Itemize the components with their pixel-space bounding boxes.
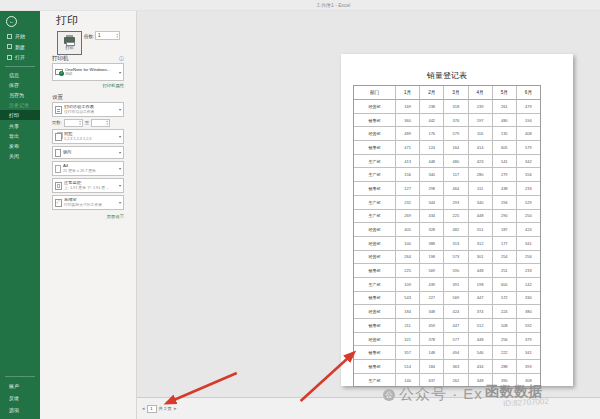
sidebar-item[interactable]: 另存为 — [0, 90, 40, 100]
value-cell: 448 — [420, 155, 444, 168]
value-cell: 579 — [517, 141, 540, 154]
value-cell: 298 — [420, 182, 444, 195]
value-cell: 308 — [517, 374, 540, 387]
page-setup-link[interactable]: 页面设置 — [107, 214, 124, 219]
value-cell: 198 — [469, 278, 493, 291]
sidebar-bottom-group: 账户 反馈 选项 — [0, 380, 40, 419]
printer-dropdown[interactable]: OneNote for Windows... 就绪 ▾ — [52, 63, 124, 81]
value-cell: 312 — [469, 237, 493, 250]
value-cell: 238 — [420, 100, 444, 113]
stepper-down-icon[interactable]: ▾ — [107, 123, 109, 126]
sidebar-spacer — [0, 161, 40, 373]
dept-cell: 销售部 — [354, 346, 396, 359]
value-cell: 424 — [444, 305, 468, 318]
sidebar-item[interactable]: 历史记录 — [0, 100, 40, 110]
page-from-input[interactable]: ▴ ▾ — [64, 119, 83, 127]
sidebar-item[interactable]: 开始 — [0, 31, 40, 42]
next-page-icon[interactable]: ▸ — [174, 406, 177, 411]
value-cell: 541 — [493, 155, 517, 168]
stepper-down-icon[interactable]: ▾ — [79, 123, 81, 126]
value-cell: 529 — [517, 196, 540, 209]
sidebar-item[interactable]: 反馈 — [0, 392, 40, 404]
value-cell: 301 — [469, 251, 493, 264]
print-settings-panel: 打印 打印 份数: 1 ▴ ▾ 打印机 ⓘ OneNote for Window… — [40, 11, 137, 419]
page-range-row: 页数: ▴ ▾ 至 ▴ ▾ — [52, 118, 124, 127]
value-cell: 341 — [517, 346, 540, 359]
current-page-input[interactable]: 1 — [147, 405, 157, 413]
stepper-down-icon[interactable]: ▾ — [116, 36, 118, 39]
sidebar-item[interactable]: 关闭 — [0, 151, 40, 161]
value-cell: 313 — [444, 237, 468, 250]
sidebar-item[interactable]: 导出 — [0, 131, 40, 141]
dept-cell: 经营部 — [354, 237, 396, 250]
sidebar-item[interactable]: 保存 — [0, 80, 40, 90]
value-cell: 572 — [493, 292, 517, 305]
value-cell: 232 — [396, 196, 420, 209]
table-row: 销售部 127 298 464 111 438 233 — [354, 182, 540, 196]
value-cell: 233 — [517, 264, 540, 277]
value-cell: 169 — [396, 100, 420, 113]
preview-bottom-bar: ◂ 1 共 2 页 ▸ — [137, 397, 600, 419]
sidebar-item-label: 共享 — [9, 123, 19, 129]
sidebar-top-group: 开始 新建 打开 — [0, 31, 40, 63]
value-cell: 590 — [444, 264, 468, 277]
previous-page-icon[interactable]: ◂ — [142, 406, 145, 411]
sidebar-item[interactable]: 打开 — [0, 52, 40, 63]
paper-size-dropdown[interactable]: A4 21 厘米 x 29.7 厘米 ▾ — [52, 161, 124, 176]
value-cell: 348 — [420, 305, 444, 318]
scaling-dropdown[interactable]: 无缩放 打印实际大小的工作表 ▾ — [52, 195, 124, 210]
sidebar-item[interactable]: 信息 — [0, 70, 40, 80]
sidebar-item[interactable]: 发布 — [0, 141, 40, 151]
sidebar-item-label: 导出 — [9, 133, 19, 139]
chevron-down-icon: ▾ — [119, 200, 121, 205]
collation-dropdown[interactable]: 对照 1,2,3 1,2,3 1,2,3 ▾ — [52, 129, 124, 144]
value-cell: 127 — [396, 182, 420, 195]
printer-icon — [64, 37, 75, 44]
value-cell: 328 — [420, 223, 444, 236]
stepper-arrows-icon[interactable]: ▴ ▾ — [79, 120, 82, 125]
sidebar-item[interactable]: 共享 — [0, 120, 40, 130]
copies-value: 1 — [96, 33, 116, 38]
dept-cell: 销售部 — [354, 141, 396, 154]
value-cell: 116 — [469, 127, 493, 140]
value-cell: 494 — [444, 346, 468, 359]
table-row: 生产部 413 448 480 423 541 342 — [354, 155, 540, 169]
print-button[interactable]: 打印 — [57, 31, 82, 55]
printer-status: 就绪 — [65, 72, 117, 77]
value-cell: 380 — [517, 305, 540, 318]
margins-dropdown[interactable]: 正常边距 上: 1.91 厘米 下: 1.91 厘… ▾ — [52, 178, 124, 193]
sidebar-item-label: 历史记录 — [9, 102, 29, 108]
value-cell: 111 — [469, 182, 493, 195]
value-cell: 391 — [444, 278, 468, 291]
value-cell: 600 — [493, 278, 517, 291]
sidebar-item[interactable]: 选项 — [0, 404, 40, 416]
copies-stepper[interactable]: 1 ▴ ▾ — [95, 31, 120, 40]
window-titlebar: 工作簿1 - Excel — [0, 0, 600, 11]
table-header-row: 部门 1月2月3月4月5月6月 — [354, 86, 540, 100]
value-cell: 100 — [396, 237, 420, 250]
dept-header-cell: 部门 — [354, 86, 396, 99]
sidebar-item[interactable]: 新建 — [0, 42, 40, 53]
value-cell: 222 — [493, 346, 517, 359]
sidebar-main-group: 信息 保存 另存为 历史记录 打印 共享 导出 发布 关闭 — [0, 70, 40, 162]
sidebar-item-icon — [7, 55, 12, 60]
value-cell: 448 — [469, 333, 493, 346]
value-cell: 448 — [469, 210, 493, 223]
stepper-arrows-icon[interactable]: ▴ ▾ — [107, 120, 110, 125]
orientation-dropdown[interactable]: 纵向 ▾ — [52, 146, 124, 159]
dept-cell: 经营部 — [354, 223, 396, 236]
stepper-arrows-icon[interactable]: ▴ ▾ — [116, 33, 119, 38]
printer-properties-link[interactable]: 打印机属性 — [103, 83, 124, 88]
value-cell: 424 — [517, 223, 540, 236]
back-button[interactable]: ← — [6, 16, 17, 27]
dept-cell: 生产部 — [354, 168, 396, 181]
value-cell: 489 — [396, 127, 420, 140]
value-cell: 269 — [396, 210, 420, 223]
sidebar-item[interactable]: 打印 — [0, 110, 40, 120]
page-to-input[interactable]: ▴ ▾ — [91, 119, 110, 127]
print-what-dropdown[interactable]: 打印活动工作表 仅打印活动工作表 ▾ — [52, 102, 124, 117]
margins-description: 上: 1.91 厘米 下: 1.91 厘… — [64, 186, 117, 190]
sidebar-item[interactable]: 账户 — [0, 380, 40, 392]
info-icon[interactable]: ⓘ — [119, 56, 124, 61]
value-cell: 318 — [444, 100, 468, 113]
